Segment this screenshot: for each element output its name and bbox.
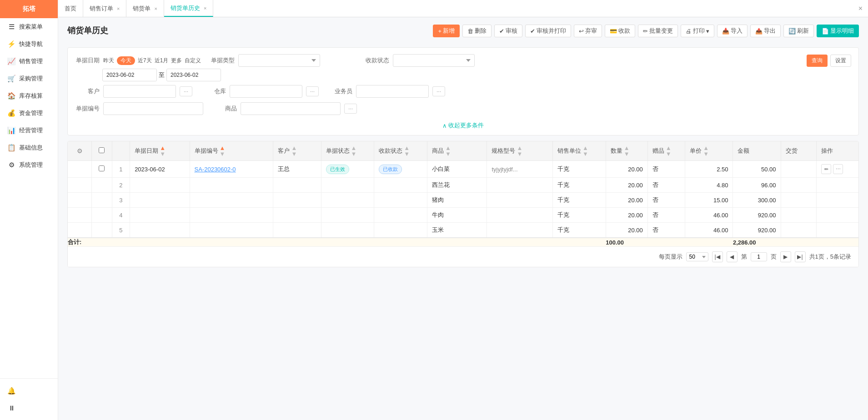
refresh-button[interactable]: 🔄 刷新 <box>783 25 814 37</box>
collect-button[interactable]: 💳 收款 <box>605 25 635 37</box>
sidebar-pause[interactable]: ⏸ <box>0 400 58 416</box>
tab-sales-history[interactable]: 销货单历史 × <box>164 0 213 17</box>
tab-sales-history-close[interactable]: × <box>204 5 206 11</box>
sidebar-item-sales-mgmt[interactable]: 📈 销售管理 <box>0 53 58 70</box>
warehouse-input[interactable] <box>230 85 302 98</box>
shortcut-more[interactable]: 更多 <box>171 57 182 65</box>
pause-icon: ⏸ <box>7 404 15 412</box>
th-customer[interactable]: 客户 ▲▼ <box>273 141 321 161</box>
abandon-button[interactable]: ↩ 弃审 <box>574 25 602 37</box>
cell-spec-4 <box>487 223 553 238</box>
shortcut-yesterday[interactable]: 昨天 <box>103 57 114 65</box>
salesperson-input[interactable] <box>356 85 429 98</box>
edit-btn-0[interactable]: ✏ <box>821 164 831 174</box>
cell-cb-0[interactable] <box>92 161 112 178</box>
th-doc-no[interactable]: 单据编号 ▲▼ <box>190 141 273 161</box>
cell-action-3 <box>817 208 858 223</box>
doc-no-link-0[interactable]: SA-20230602-0 <box>195 166 236 173</box>
settings-gear-icon[interactable]: ⚙ <box>77 147 83 155</box>
th-unit[interactable]: 销售单位 ▲▼ <box>553 141 606 161</box>
cell-trade-0 <box>781 161 817 178</box>
th-qty[interactable]: 数量 ▲▼ <box>606 141 647 161</box>
per-page-select[interactable]: 10 20 50 100 <box>686 252 708 261</box>
th-gift[interactable]: 赠品 ▲▼ <box>647 141 685 161</box>
th-price[interactable]: 单价 ▲▼ <box>685 141 733 161</box>
collapse-button[interactable]: ∧ 收起更多条件 <box>442 120 484 131</box>
tab-sales-order[interactable]: 销售订单 × <box>83 0 126 17</box>
sidebar-item-inventory-calc[interactable]: 🏠 库存核算 <box>0 87 58 105</box>
sidebar-item-system-mgmt[interactable]: ⚙ 系统管理 <box>0 156 58 174</box>
th-payment-status[interactable]: 收款状态 ▲▼ <box>374 141 427 161</box>
sidebar-item-quick-nav[interactable]: ⚡ 快捷导航 <box>0 35 58 53</box>
sidebar-item-basic-info[interactable]: 📋 基础信息 <box>0 139 58 156</box>
show-detail-button[interactable]: 📄 显示明细 <box>817 25 859 37</box>
next-page-btn[interactable]: ▶ <box>780 251 791 262</box>
page-input[interactable] <box>751 252 767 261</box>
tab-sales-order-close[interactable]: × <box>117 6 120 11</box>
cell-docstatus-0: 已生效 <box>321 161 374 178</box>
query-button[interactable]: 查询 <box>807 55 828 67</box>
cell-docno-2[interactable] <box>190 193 273 208</box>
settings-button[interactable]: 设置 <box>830 55 851 67</box>
shortcut-7days[interactable]: 近7天 <box>138 57 152 65</box>
cell-cb-2[interactable] <box>92 193 112 208</box>
cell-docno-0[interactable]: SA-20230602-0 <box>190 161 273 178</box>
audit-button[interactable]: ✔ 审核 <box>494 25 522 37</box>
sidebar-item-purchase-mgmt[interactable]: 🛒 采购管理 <box>0 70 58 87</box>
audit-print-button[interactable]: ✔ 审核并打印 <box>525 25 571 37</box>
basic-info-icon: 📋 <box>7 144 15 152</box>
import-button[interactable]: 📥 导入 <box>717 25 748 37</box>
salesperson-field: 业务员 ··· <box>328 85 445 98</box>
th-spec[interactable]: 规格型号 ▲▼ <box>487 141 553 161</box>
th-goods[interactable]: 商品 ▲▼ <box>427 141 487 161</box>
new-button[interactable]: + 新增 <box>433 25 460 37</box>
batch-change-button[interactable]: ✏ 批量变更 <box>638 25 678 37</box>
tab-sales-goods[interactable]: 销货单 × <box>126 0 164 17</box>
cell-cb-4[interactable] <box>92 223 112 238</box>
salesperson-dots-btn[interactable]: ··· <box>432 86 445 96</box>
date-from-input[interactable] <box>102 69 157 81</box>
row-checkbox-0[interactable] <box>99 165 105 171</box>
shortcut-custom[interactable]: 自定义 <box>185 57 201 65</box>
warehouse-dots-btn[interactable]: ··· <box>306 86 319 96</box>
cell-docno-3[interactable] <box>190 208 273 223</box>
sidebar-item-search-menu[interactable]: ☰ 搜索菜单 <box>0 18 58 35</box>
cell-cb-3[interactable] <box>92 208 112 223</box>
tab-sales-goods-close[interactable]: × <box>154 6 157 11</box>
tab-close-all[interactable]: × <box>853 5 868 13</box>
goods-dots-btn[interactable]: ··· <box>344 104 357 114</box>
cell-docno-1[interactable] <box>190 178 273 193</box>
payment-status-select[interactable] <box>393 54 475 67</box>
cell-action-2 <box>817 193 858 208</box>
sidebar-item-business-mgmt[interactable]: 📊 经营管理 <box>0 122 58 139</box>
customer-dots-btn[interactable]: ··· <box>180 86 192 96</box>
doc-no-input[interactable] <box>103 102 203 115</box>
goods-input[interactable] <box>241 102 341 115</box>
first-page-btn[interactable]: |◀ <box>712 251 723 262</box>
sidebar-item-capital-mgmt[interactable]: 💰 资金管理 <box>0 105 58 122</box>
cell-docstatus-2 <box>321 193 374 208</box>
shortcut-1month[interactable]: 近1月 <box>155 57 169 65</box>
cell-docstatus-1 <box>321 178 374 193</box>
prev-page-btn[interactable]: ◀ <box>727 251 738 262</box>
print-icon: 🖨 <box>686 28 692 35</box>
select-all-checkbox[interactable] <box>99 147 105 153</box>
tab-home[interactable]: 首页 <box>58 0 83 17</box>
th-doc-status[interactable]: 单据状态 ▲▼ <box>321 141 374 161</box>
th-doc-date[interactable]: 单据日期 ▲▼ <box>130 141 190 161</box>
more-btn-0[interactable]: ⋯ <box>833 164 843 174</box>
sidebar-notification[interactable]: 🔔 <box>0 382 58 400</box>
export-button[interactable]: 📤 导出 <box>750 25 781 37</box>
date-to-input[interactable] <box>166 69 221 81</box>
delete-button[interactable]: 🗑 删除 <box>462 25 492 37</box>
cell-docno-4[interactable] <box>190 223 273 238</box>
cell-goods-0: 小白菜 <box>427 161 487 178</box>
print-button[interactable]: 🖨 打印 ▾ <box>681 25 714 37</box>
th-settings[interactable]: ⚙ <box>68 141 92 161</box>
last-page-btn[interactable]: ▶| <box>795 251 806 262</box>
customer-input[interactable] <box>103 85 176 98</box>
cell-cb-1[interactable] <box>92 178 112 193</box>
doc-type-select[interactable] <box>238 54 320 67</box>
goods-field: 商品 ··· <box>212 102 357 115</box>
shortcut-today[interactable]: 今天 <box>117 56 135 65</box>
